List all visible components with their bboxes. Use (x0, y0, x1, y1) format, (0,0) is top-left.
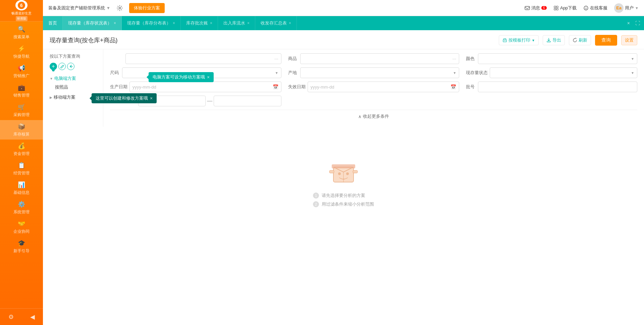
filter-goods-input[interactable]: ··· (300, 53, 460, 64)
tab-inventory-batch-label: 库存批次账 (186, 20, 208, 26)
settings-btn[interactable]: 设置 (621, 35, 637, 45)
sidebar-item-quicknav[interactable]: ⚡ 快捷导航 (0, 42, 43, 62)
sidebar-item-search[interactable]: 🔍 搜索菜单 (0, 23, 43, 42)
sidebar-item-newbie[interactable]: 🎓 新手引导 (0, 237, 43, 256)
tab-inventory-dist[interactable]: 现存量（库存分布表） × (122, 16, 181, 30)
sidebar-item-basics[interactable]: 📊 基础信息 (0, 178, 43, 198)
popover-pc-close[interactable]: × (207, 74, 210, 80)
tab-inventory-status[interactable]: 现存量（库存状况表） × (63, 16, 122, 30)
popover-pc-arrow (147, 75, 149, 79)
svg-rect-12 (504, 41, 506, 41)
dot-indicator (52, 69, 55, 71)
industry-btn[interactable]: 体验行业方案 (129, 3, 165, 13)
sidebar-item-enterprise[interactable]: 🤝 企业协同 (0, 217, 43, 237)
app-name-selector[interactable]: 装备及固定资产辅助管理系统 ▼ (48, 5, 110, 11)
sidebar-item-operations[interactable]: 📋 经营管理 (0, 159, 43, 178)
empty-hint-1-text: 请先选择要分析的方案 (322, 193, 365, 199)
newbie-icon: 🎓 (18, 239, 25, 247)
filter-row-4: 现存量（主） — (110, 96, 637, 106)
sidebar-item-newbie-label: 新手引导 (13, 248, 30, 254)
tab-close-all[interactable]: × (626, 19, 631, 27)
empty-hint-2-text: 用过滤条件来缩小分析范围 (322, 201, 374, 207)
back-scheme-btn[interactable] (67, 63, 74, 70)
user-dropdown-icon: ▼ (635, 6, 639, 10)
app-name-text: 装备及固定资产辅助管理系统 (48, 5, 105, 11)
empty-hint-1: 1 请先选择要分析的方案 (313, 193, 374, 199)
filter-stock-status-select[interactable]: ▼ (490, 67, 637, 78)
collapse-icon: ∧ (358, 114, 362, 119)
svg-point-9 (585, 7, 586, 8)
filter-row-1: ··· 商品 ··· 颜色 (110, 53, 637, 64)
empty-hint-2: 2 用过滤条件来缩小分析范围 (313, 201, 374, 207)
sidebar-bottom: ⚙ ◀ (0, 308, 43, 325)
filter-prod-date-input[interactable]: yyyy-mm-dd 📅 (129, 82, 281, 92)
scheme-item-product[interactable]: 按照品 (50, 83, 103, 92)
purchase-icon: 🛒 (18, 103, 25, 111)
refresh-label: 刷新 (579, 37, 587, 43)
sidebar-item-inventory[interactable]: 📦 库存核算 (0, 120, 43, 140)
expire-date-calendar-icon: 📅 (450, 84, 456, 90)
empty-hint-1-num: 1 (313, 193, 319, 199)
svg-text:6: 6 (20, 3, 23, 8)
query-area: 按以下方案查询 + ▼ 电脑端方案 (43, 49, 644, 127)
tab-summary-close[interactable]: × (289, 21, 291, 25)
content-area: 现存量查询(按仓库+商品) 按模板打印 ▼ 导出 刷新 查询 设置 (43, 30, 644, 325)
filter-goods: 商品 ··· (288, 53, 460, 64)
user-area[interactable]: Ea 用户 ▼ (614, 3, 639, 13)
filter-warehouse-input[interactable]: ··· (125, 53, 281, 64)
collapse-bar[interactable]: ∧ 收起更多条件 (110, 110, 637, 123)
sidebar-item-marketing[interactable]: 📢 营销推广 (0, 62, 43, 81)
tab-inventory-batch[interactable]: 库存批次账 × (181, 16, 218, 30)
popover-create-arrow (90, 96, 92, 100)
online-service-label: 在线客服 (590, 5, 607, 11)
online-service-btn[interactable]: 在线客服 (583, 5, 607, 11)
sidebar-item-purchase[interactable]: 🛒 采购管理 (0, 101, 43, 120)
tab-inventory-status-close[interactable]: × (114, 21, 116, 25)
sidebar-item-finance[interactable]: 💰 资金管理 (0, 140, 43, 159)
app-download-btn[interactable]: App下载 (553, 5, 577, 11)
app-name-dropdown-icon: ▼ (106, 6, 110, 10)
sidebar-item-sales[interactable]: 💼 销售管理 (0, 81, 43, 101)
sidebar-item-system[interactable]: ⚙️ 系统管理 (0, 198, 43, 217)
topbar: 装备及固定资产辅助管理系统 ▼ 体验行业方案 消息 6 App下载 在线客服 (43, 0, 644, 16)
tab-fullscreen[interactable]: ⛶ (634, 19, 641, 27)
sidebar-item-marketing-label: 营销推广 (13, 73, 30, 79)
scheme-panel: 按以下方案查询 + ▼ 电脑端方案 (43, 49, 103, 127)
export-btn[interactable]: 导出 (543, 35, 565, 45)
sidebar-settings-icon[interactable]: ⚙ (8, 313, 14, 321)
filter-expire-date-input[interactable]: yyyy-mm-dd 📅 (308, 82, 460, 92)
tab-inventory-batch-close[interactable]: × (210, 21, 212, 25)
tab-home[interactable]: 首页 (43, 16, 63, 30)
tab-summary[interactable]: 收发存汇总表 × (255, 16, 297, 30)
sidebar-item-inventory-label: 库存核算 (13, 131, 30, 137)
edit-scheme-btn[interactable] (58, 63, 66, 70)
svg-rect-4 (554, 6, 556, 8)
tab-inout-flow[interactable]: 出入库流水 × (218, 16, 255, 30)
popover-create-close[interactable]: × (150, 96, 153, 101)
print-btn[interactable]: 按模板打印 ▼ (499, 35, 539, 45)
scheme-item-pc[interactable]: ▼ 电脑端方案 (50, 74, 103, 83)
filter-origin-select[interactable]: ▼ (300, 67, 460, 78)
sidebar-item-finance-label: 资金管理 (13, 151, 30, 157)
refresh-btn[interactable]: 刷新 (569, 35, 591, 45)
topbar-settings-btn[interactable] (114, 3, 125, 13)
filter-color-select[interactable]: ▼ (478, 53, 637, 64)
sidebar-item-operations-label: 经营管理 (13, 170, 30, 176)
tab-inventory-dist-label: 现存量（库存分布表） (127, 20, 171, 26)
export-label: 导出 (552, 37, 561, 43)
tab-inout-flow-close[interactable]: × (247, 21, 250, 25)
enterprise-icon: 🤝 (18, 220, 25, 227)
sidebar-collapse-icon[interactable]: ◀ (30, 313, 35, 321)
filter-stock-max-input[interactable] (214, 96, 281, 106)
filter-warehouse: ··· (110, 53, 281, 64)
filter-batch-input[interactable] (478, 82, 637, 92)
filter-batch: 批号 (466, 82, 637, 92)
basics-icon: 📊 (18, 181, 25, 188)
search-btn[interactable]: 查询 (595, 35, 617, 46)
print-label: 按模板打印 (508, 37, 530, 43)
message-btn[interactable]: 消息 6 (525, 5, 547, 11)
tab-inventory-dist-close[interactable]: × (173, 21, 175, 25)
filter-color-label: 颜色 (466, 56, 476, 62)
popover-create-scheme: 这里可以创建和修改方案哦 × (92, 93, 157, 103)
popover-create-text: 这里可以创建和修改方案哦 (96, 95, 148, 101)
